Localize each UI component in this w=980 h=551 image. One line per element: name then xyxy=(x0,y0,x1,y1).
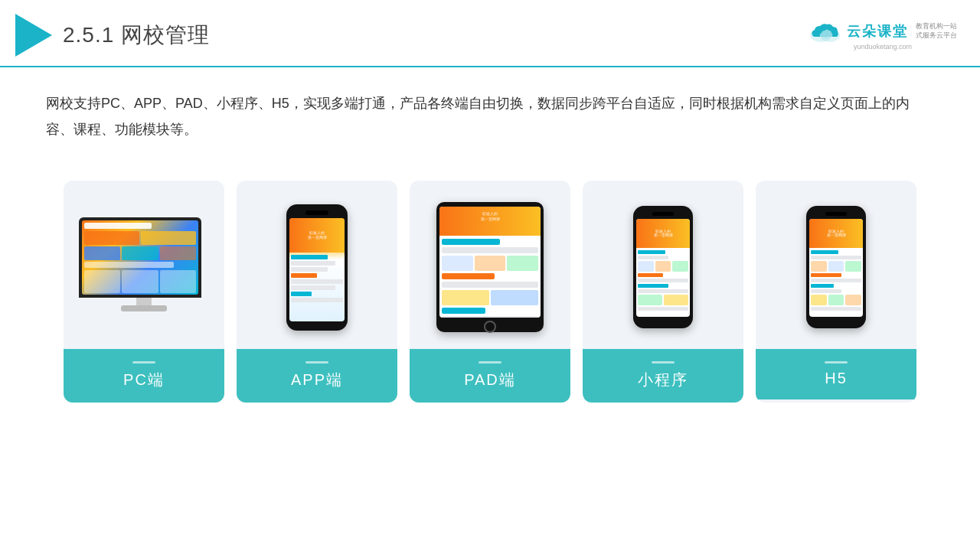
h5-icons-2 xyxy=(811,295,861,305)
app-row-7 xyxy=(291,292,312,296)
pad-cell-1 xyxy=(442,256,473,271)
app-screen-text: 职途人的第一堂网课 xyxy=(308,230,327,240)
logo-text: 云朵课堂 xyxy=(847,22,908,41)
h5-row-2 xyxy=(811,256,861,259)
mini-row-5 xyxy=(638,284,668,288)
pad-row-1 xyxy=(442,239,500,245)
card-label-pad: PAD端 xyxy=(410,349,570,403)
miniapp-screen-body xyxy=(636,248,690,315)
card-app: 职途人的第一堂网课 APP端 xyxy=(237,181,397,403)
pad-row-3 xyxy=(442,273,495,279)
app-phone-notch xyxy=(305,210,328,215)
h5-icon-5 xyxy=(828,295,844,305)
pad-image-area: 职途人的第一堂网课 xyxy=(410,181,570,349)
cloud-icon xyxy=(808,20,842,43)
h5-icon-2 xyxy=(828,261,844,272)
card-pc: PC端 xyxy=(64,181,224,403)
mini-icon-3 xyxy=(672,261,688,272)
card-miniapp: 职途人的第一堂网课 xyxy=(583,181,743,403)
mini-icon-5 xyxy=(664,295,688,305)
mini-row-4 xyxy=(638,279,688,282)
card-pad: 职途人的第一堂网课 xyxy=(410,181,570,403)
mini-icon-1 xyxy=(638,261,654,272)
header: 2.5.1 网校管理 云朵课堂 教育机构一站 式服务云平台 yunduoketa… xyxy=(0,0,980,67)
pad-cell-4 xyxy=(442,290,489,305)
miniapp-image-area: 职途人的第一堂网课 xyxy=(583,181,743,349)
h5-image-area: 职途人的第一堂网课 xyxy=(756,181,916,349)
play-icon xyxy=(15,14,52,57)
pc-block-8 xyxy=(160,270,196,293)
miniapp-screen: 职途人的第一堂网课 xyxy=(636,219,690,317)
app-phone-screen: 职途人的第一堂网课 xyxy=(289,218,345,321)
h5-icons-1 xyxy=(811,261,861,272)
mini-icon-4 xyxy=(638,295,662,305)
mini-row-7 xyxy=(638,307,688,311)
pad-home-button xyxy=(484,321,496,333)
app-phone-mockup: 职途人的第一堂网课 xyxy=(286,204,348,331)
pad-row-6 xyxy=(442,316,538,318)
pad-screen-body xyxy=(439,236,541,318)
pad-cell-5 xyxy=(491,290,538,305)
pad-screen-top: 职途人的第一堂网课 xyxy=(439,207,541,236)
pad-row-2 xyxy=(442,247,538,253)
app-row-4 xyxy=(291,273,317,278)
card-h5: 职途人的第一堂网课 xyxy=(756,181,916,403)
title-number: 2.5.1 xyxy=(63,23,114,47)
app-row-3 xyxy=(291,267,328,272)
card-label-pc: PC端 xyxy=(64,349,224,403)
pc-block-5 xyxy=(160,246,196,260)
pad-mockup: 职途人的第一堂网课 xyxy=(436,202,544,332)
logo-area: 云朵课堂 教育机构一站 式服务云平台 yunduoketang.com xyxy=(808,20,957,51)
pc-screen-inner xyxy=(82,220,198,295)
mini-row-6 xyxy=(638,289,688,293)
card-label-h5: H5 xyxy=(756,349,916,399)
logo-cloud: 云朵课堂 教育机构一站 式服务云平台 xyxy=(808,20,957,43)
pc-block-2 xyxy=(141,231,196,245)
app-screen-body xyxy=(289,253,345,306)
h5-row-6 xyxy=(811,289,841,293)
h5-screen-text: 职途人的第一堂网课 xyxy=(827,230,846,239)
app-row-6 xyxy=(291,285,335,290)
cards-container: PC端 职途人的第一堂网课 xyxy=(0,165,980,403)
miniapp-notch xyxy=(652,212,674,216)
pc-stand-base xyxy=(121,305,167,311)
header-left: 2.5.1 网校管理 xyxy=(15,14,210,57)
pc-image-area xyxy=(64,181,224,349)
h5-screen: 职途人的第一堂网课 xyxy=(809,219,863,317)
h5-phone-mockup: 职途人的第一堂网课 xyxy=(806,206,866,328)
pad-screen: 职途人的第一堂网课 xyxy=(439,207,541,318)
card-label-miniapp: 小程序 xyxy=(583,349,743,403)
pad-grid-1 xyxy=(442,256,538,271)
pad-cell-2 xyxy=(475,256,506,271)
miniapp-phone-mockup: 职途人的第一堂网课 xyxy=(633,206,693,328)
h5-icon-3 xyxy=(845,261,861,272)
pad-row-5 xyxy=(442,308,485,314)
pc-stand-neck xyxy=(136,298,152,305)
miniapp-screen-text: 职途人的第一堂网课 xyxy=(654,230,673,239)
app-screen-top: 职途人的第一堂网课 xyxy=(289,218,345,253)
pc-bar-2 xyxy=(84,262,174,268)
pc-block-3 xyxy=(84,246,120,260)
app-row-1 xyxy=(291,255,328,259)
h5-row-7 xyxy=(811,307,861,311)
pc-mockup xyxy=(79,217,209,317)
pc-screen-outer xyxy=(79,217,201,298)
mini-icon-2 xyxy=(655,261,671,272)
h5-icon-4 xyxy=(811,295,827,305)
app-row-8 xyxy=(291,298,343,302)
pc-block-4 xyxy=(122,246,158,260)
app-row-5 xyxy=(291,279,343,284)
pad-row-4 xyxy=(442,282,538,288)
h5-screen-body xyxy=(809,248,863,315)
mini-row-1 xyxy=(638,250,665,254)
h5-notch xyxy=(825,212,847,216)
card-label-app: APP端 xyxy=(237,349,397,403)
h5-row-5 xyxy=(811,284,834,288)
page-title: 2.5.1 网校管理 xyxy=(63,21,210,50)
title-text: 网校管理 xyxy=(121,23,210,47)
mini-icons-2 xyxy=(638,295,688,305)
h5-row-1 xyxy=(811,250,838,254)
pad-cell-3 xyxy=(507,256,538,271)
pc-block-7 xyxy=(122,270,158,293)
h5-row-4 xyxy=(811,279,861,282)
